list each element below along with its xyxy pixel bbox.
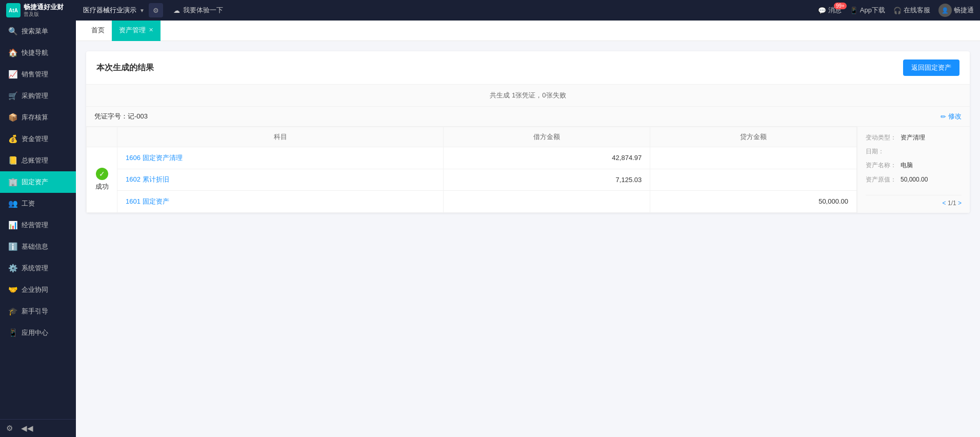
sidebar-label-guide: 新手引导: [22, 307, 48, 316]
headset-icon: 🎧: [893, 7, 902, 14]
result-summary: 共生成 1张凭证，0张失败: [86, 84, 970, 107]
tab-close-icon[interactable]: ✕: [149, 27, 153, 33]
asset-name-value: 电脑: [901, 161, 913, 170]
messages-button[interactable]: 💬 消息 99+: [818, 6, 842, 15]
sidebar-item-search[interactable]: 🔍 搜索菜单: [0, 21, 76, 42]
sidebar-collapse-icon[interactable]: ◀◀: [21, 424, 33, 433]
change-type-label: 变动类型：: [866, 133, 896, 143]
sidebar-settings-icon[interactable]: ⚙: [6, 424, 13, 433]
voucher-edit-button[interactable]: ✏ 修改: [941, 112, 962, 121]
next-page-button[interactable]: >: [958, 200, 962, 207]
search-icon: 🔍: [8, 27, 17, 36]
edit-label: 修改: [948, 112, 962, 121]
settings-icon[interactable]: ⚙: [149, 3, 163, 17]
subject-cell-2: 1602 累计折旧: [117, 169, 444, 191]
voucher-header-row: 凭证字号：记-003 ✏ 修改: [86, 107, 970, 127]
sidebar-item-app-center[interactable]: 📱 应用中心: [0, 322, 76, 344]
tab-asset-mgmt-label: 资产管理: [119, 26, 146, 35]
debit-cell-2: 7,125.03: [444, 169, 650, 191]
guide-icon: 🎓: [8, 307, 17, 316]
sidebar-label-system: 系统管理: [22, 264, 48, 273]
table-row: ✓ 成功 1606 固定资产清理 42,874.97: [87, 147, 857, 169]
download-icon: 📱: [850, 7, 858, 14]
sidebar-item-ledger[interactable]: 📒 总账管理: [0, 150, 76, 171]
fixed-assets-icon: 🏢: [8, 177, 17, 187]
basics-icon: ℹ️: [8, 242, 17, 251]
result-header: 本次生成的结果 返回固定资产: [86, 51, 970, 84]
tab-home[interactable]: 首页: [84, 21, 112, 41]
table-row: 1602 累计折旧 7,125.03: [87, 169, 857, 191]
main-layout: 🔍 搜索菜单 🏠 快捷导航 📈 销售管理 🛒 采购管理 📦 库存核算 💰 资金管…: [0, 21, 980, 437]
sidebar-label-basics: 基础信息: [22, 242, 48, 251]
chevron-down-icon: ▼: [139, 8, 145, 13]
sidebar-label-enterprise: 企业协同: [22, 285, 48, 294]
payroll-icon: 👥: [8, 199, 17, 208]
voucher-table: 科目 借方金额 贷方金额 ✓ 成功: [86, 127, 857, 213]
online-service-button[interactable]: 🎧 在线客服: [893, 6, 930, 15]
app-center-icon: 📱: [8, 328, 17, 337]
app-name: 畅捷通好业财: [24, 3, 64, 11]
subject-cell-1: 1606 固定资产清理: [117, 147, 444, 169]
change-type-value: 资产清理: [901, 133, 925, 143]
result-panel: 本次生成的结果 返回固定资产 共生成 1张凭证，0张失败 凭证字号：记-003 …: [86, 51, 970, 213]
sidebar-item-system[interactable]: ⚙️ 系统管理: [0, 257, 76, 279]
debit-col-header: 借方金额: [444, 127, 650, 147]
debit-cell-1: 42,874.97: [444, 147, 650, 169]
sidebar-label-fixed-assets: 固定资产: [22, 177, 48, 187]
operations-icon: 📊: [8, 221, 17, 230]
app-download-button[interactable]: 📱 App下载: [850, 6, 885, 15]
app-edition: 普及版: [24, 11, 64, 17]
pagination: < 1/1 >: [866, 195, 962, 207]
sidebar-item-sales[interactable]: 📈 销售管理: [0, 64, 76, 85]
enterprise-icon: 🤝: [8, 285, 17, 294]
experience-button[interactable]: ☁ 我要体验一下: [173, 6, 223, 15]
company-selector[interactable]: 医疗器械行业演示 ▼: [83, 6, 145, 15]
credit-col-header: 贷方金额: [650, 127, 857, 147]
inventory-icon: 📦: [8, 113, 17, 122]
sidebar-label-sales: 销售管理: [22, 70, 48, 79]
logo-icon: AtA: [6, 3, 21, 17]
sidebar-item-purchase[interactable]: 🛒 采购管理: [0, 85, 76, 107]
sidebar-item-operations[interactable]: 📊 经营管理: [0, 214, 76, 236]
voucher-block: 凭证字号：记-003 ✏ 修改 科目: [86, 107, 970, 213]
prev-page-button[interactable]: <: [943, 200, 946, 207]
avatar: 👤: [938, 4, 952, 17]
original-value-label: 资产原值：: [866, 175, 896, 185]
tab-home-label: 首页: [91, 26, 105, 35]
subject-col-header: 科目: [117, 127, 444, 147]
sidebar-item-funds[interactable]: 💰 资金管理: [0, 128, 76, 150]
edit-icon: ✏: [941, 113, 946, 121]
tab-asset-mgmt[interactable]: 资产管理 ✕: [112, 21, 161, 41]
page-content: 本次生成的结果 返回固定资产 共生成 1张凭证，0张失败 凭证字号：记-003 …: [76, 41, 980, 437]
sidebar-label-search: 搜索菜单: [22, 27, 48, 36]
company-name: 医疗器械行业演示: [83, 6, 136, 15]
sidebar-label-inventory: 库存核算: [22, 113, 48, 122]
debit-cell-3: [444, 191, 650, 213]
success-text: 成功: [95, 183, 109, 190]
sidebar-item-quick-nav[interactable]: 🏠 快捷导航: [0, 42, 76, 64]
topbar-right: 💬 消息 99+ 📱 App下载 🎧 在线客服 👤 畅捷通: [818, 4, 974, 17]
change-type-row: 变动类型： 资产清理: [866, 133, 962, 143]
app-download-label: App下载: [860, 6, 885, 15]
online-service-label: 在线客服: [904, 6, 930, 15]
credit-cell-2: [650, 169, 857, 191]
purchase-icon: 🛒: [8, 91, 17, 101]
app-logo: AtA 畅捷通好业财 普及版: [6, 3, 73, 17]
content-area: 首页 资产管理 ✕ 本次生成的结果 返回固定资产 共生成 1张凭证，0张失败: [76, 21, 980, 437]
voucher-table-wrap: 科目 借方金额 贷方金额 ✓ 成功: [86, 127, 970, 213]
date-row: 日期：: [866, 147, 962, 156]
user-menu[interactable]: 👤 畅捷通: [938, 4, 974, 17]
sidebar-item-guide[interactable]: 🎓 新手引导: [0, 301, 76, 322]
home-icon: 🏠: [8, 48, 17, 57]
sidebar-item-enterprise[interactable]: 🤝 企业协同: [0, 279, 76, 301]
ledger-icon: 📒: [8, 156, 17, 165]
sidebar-item-fixed-assets[interactable]: 🏢 固定资产: [0, 171, 76, 193]
return-button[interactable]: 返回固定资产: [903, 59, 959, 76]
sidebar-item-payroll[interactable]: 👥 工资: [0, 193, 76, 214]
sidebar-item-inventory[interactable]: 📦 库存核算: [0, 107, 76, 128]
original-value-row: 资产原值： 50,000.00: [866, 175, 962, 185]
experience-label: 我要体验一下: [183, 6, 223, 15]
sidebar-item-basics[interactable]: ℹ️ 基础信息: [0, 236, 76, 257]
sidebar: 🔍 搜索菜单 🏠 快捷导航 📈 销售管理 🛒 采购管理 📦 库存核算 💰 资金管…: [0, 21, 76, 437]
original-value-value: 50,000.00: [901, 175, 928, 185]
